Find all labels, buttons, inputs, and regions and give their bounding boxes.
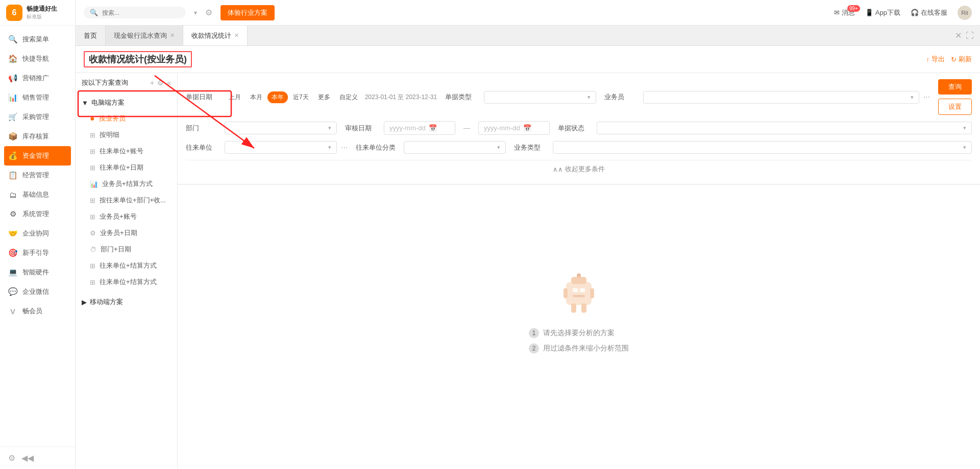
sidebar-item-collab[interactable]: 🤝 企业协同 (0, 224, 75, 243)
topbar-right: ✉ 消息 99+ 📱 App下载 🎧 在线客服 Rit (834, 6, 972, 20)
counterpart-category-select[interactable]: ▾ (404, 141, 506, 154)
scheme-item-label: 往来单位+账号 (100, 147, 143, 156)
sidebar-item-basic[interactable]: 🗂 基础信息 (0, 185, 75, 204)
type-select[interactable]: ▾ (484, 91, 596, 104)
filter-area: 单据日期 上月 本月 本年 近7天 更多 自定义 2023-01-01 至 20… (178, 73, 980, 184)
scheme-item-counterpart-date[interactable]: ⊞ 往来单位+日期 (76, 159, 177, 176)
scheme-icon: 📊 (90, 180, 98, 188)
collab-icon: 🤝 (8, 229, 17, 238)
sidebar-item-inventory[interactable]: 📦 库存核算 (0, 127, 75, 146)
scheme-item-salesman-date[interactable]: ⚙ 业务员+日期 (76, 225, 177, 241)
audit-to-input[interactable]: yyyy-mm-dd 📅 (478, 121, 550, 135)
date-tab-this-year[interactable]: 本年 (267, 91, 288, 103)
audit-from-input[interactable]: yyyy-mm-dd 📅 (384, 121, 455, 135)
tab-home[interactable]: 首页 (76, 26, 106, 45)
scheme-icon: ⊞ (90, 213, 95, 221)
settings-bottom-icon[interactable]: ⚙ (8, 453, 15, 463)
close-all-tabs-icon[interactable]: ✕ (955, 31, 962, 40)
sidebar-item-hardware[interactable]: 💻 智能硬件 (0, 263, 75, 282)
panel-header-title: 按以下方案查询 (82, 78, 128, 87)
scheme-group-mobile-title[interactable]: ▶ 移动端方案 (76, 294, 177, 310)
scheme-item-counterpart-settle1[interactable]: ⊞ 往来单位+结算方式 (76, 257, 177, 274)
set-button[interactable]: 设置 (938, 99, 972, 115)
svg-rect-0 (566, 282, 592, 305)
sidebar-item-search[interactable]: 🔍 搜索菜单 (0, 30, 75, 49)
query-button[interactable]: 查询 (938, 79, 972, 95)
search-chevron-icon[interactable]: ▾ (194, 9, 197, 16)
sidebar-item-quicknav[interactable]: 🏠 快捷导航 (0, 49, 75, 68)
scheme-item-detail[interactable]: ⊞ 按明细 (76, 127, 177, 143)
date-tab-last-month[interactable]: 上月 (225, 91, 245, 103)
scheme-item-label: 按往来单位+部门+收... (100, 196, 166, 205)
counterpart-select[interactable]: ▾ (225, 141, 337, 154)
scheme-item-counterpart-settle2[interactable]: ⊞ 往来单位+结算方式 (76, 274, 177, 290)
tab-collection-label: 收款情况统计 (191, 31, 231, 40)
tab-cashflow[interactable]: 现金银行流水查询 ✕ (106, 26, 183, 45)
svg-rect-9 (581, 303, 586, 313)
filter-row-3: 往来单位 ▾ ··· 往来单位分类 ▾ 业务 (186, 141, 972, 154)
date-tab-more[interactable]: 更多 (314, 91, 334, 103)
trial-button[interactable]: 体验行业方案 (220, 5, 275, 20)
tab-collection-close-icon[interactable]: ✕ (234, 32, 239, 39)
tab-home-label: 首页 (84, 31, 97, 40)
sidebar-item-sales[interactable]: 📊 销售管理 (0, 88, 75, 107)
scheme-item-salesman-settle[interactable]: 📊 业务员+结算方式 (76, 176, 177, 192)
sidebar-item-wechat[interactable]: 💬 企业微信 (0, 282, 75, 301)
logo-name: 畅捷通好生 (27, 5, 57, 13)
dept-select[interactable]: ▾ (225, 122, 337, 134)
sidebar-item-label: 营销推广 (22, 74, 49, 83)
system-icon: ⚙ (8, 209, 17, 219)
export-button[interactable]: ↑ 导出 (926, 55, 945, 64)
sidebar-item-marketing[interactable]: 📢 营销推广 (0, 68, 75, 88)
scheme-item-salesman-account[interactable]: ⊞ 业务员+账号 (76, 208, 177, 225)
salesman-more-icon[interactable]: ··· (923, 92, 930, 102)
sidebar-item-vip[interactable]: V 畅会员 (0, 301, 75, 321)
expand-icon[interactable]: ⛶ (966, 31, 974, 40)
online-service-button[interactable]: 🎧 在线客服 (911, 8, 947, 17)
scheme-item-label: 业务员+账号 (100, 212, 137, 221)
empty-illustration (553, 267, 604, 318)
topbar-gear-icon[interactable]: ⚙ (205, 8, 212, 17)
salesman-select[interactable]: ▾ (643, 91, 919, 104)
search-input[interactable] (102, 9, 174, 16)
app-download-button[interactable]: 📱 App下载 (865, 8, 900, 17)
scheme-group-desktop-title[interactable]: ▼ 电脑端方案 (76, 95, 177, 110)
tab-cashflow-close-icon[interactable]: ✕ (170, 32, 175, 39)
date-tab-this-month[interactable]: 本月 (246, 91, 266, 103)
collapse-sidebar-icon[interactable]: ◀◀ (21, 453, 34, 463)
scheme-item-counterpart-dept[interactable]: ⊞ 按往来单位+部门+收... (76, 192, 177, 208)
status-select[interactable]: ▾ (597, 122, 972, 134)
scheme-item-dept-date[interactable]: ⏱ 部门+日期 (76, 241, 177, 257)
refresh-button[interactable]: ↻ 刷新 (951, 55, 972, 64)
hardware-icon: 💻 (8, 268, 17, 277)
refresh-icon: ↻ (951, 56, 957, 63)
business-type-select[interactable]: ▾ (553, 141, 972, 154)
sidebar-item-guide[interactable]: 🎯 新手引导 (0, 243, 75, 263)
sidebar: 6 畅捷通好生 标准版 🔍 搜索菜单 🏠 快捷导航 📢 营销推广 📊 销售管理 … (0, 0, 76, 469)
scheme-item-label: 按明细 (100, 130, 119, 139)
tab-collection[interactable]: 收款情况统计 ✕ (183, 26, 248, 45)
scheme-item-label: 部门+日期 (101, 245, 131, 254)
date-tab-custom[interactable]: 自定义 (335, 91, 362, 103)
sidebar-item-system[interactable]: ⚙ 系统管理 (0, 204, 75, 224)
message-button[interactable]: ✉ 消息 99+ (834, 8, 855, 17)
date-tab-7days[interactable]: 近7天 (289, 91, 313, 103)
settings-scheme-icon[interactable]: ⚙ (157, 79, 164, 87)
type-label: 单据类型 (445, 92, 476, 102)
collapse-panel-icon[interactable]: « (167, 79, 171, 87)
counterpart-more-icon[interactable]: ··· (341, 143, 348, 152)
sales-icon: 📊 (8, 93, 17, 102)
scheme-item-salesman[interactable]: ● 按业务员 (76, 110, 177, 127)
user-avatar[interactable]: Rit (958, 6, 972, 20)
scheme-item-counterpart-account[interactable]: ⊞ 往来单位+账号 (76, 143, 177, 159)
collapse-filter-button[interactable]: ∧∧ 收起更多条件 (186, 160, 972, 178)
sidebar-item-label: 畅会员 (22, 307, 42, 316)
sidebar-item-purchase[interactable]: 🛒 采购管理 (0, 107, 75, 127)
sidebar-item-finance[interactable]: 💰 资金管理 (4, 146, 71, 166)
sidebar-item-label: 销售管理 (22, 93, 49, 102)
scheme-icon: ⊞ (90, 262, 95, 270)
scheme-icon: ⊞ (90, 148, 95, 155)
topbar-search-box[interactable]: 🔍 (84, 7, 186, 18)
add-scheme-icon[interactable]: + (150, 79, 154, 87)
sidebar-item-operations[interactable]: 📋 经营管理 (0, 166, 75, 185)
